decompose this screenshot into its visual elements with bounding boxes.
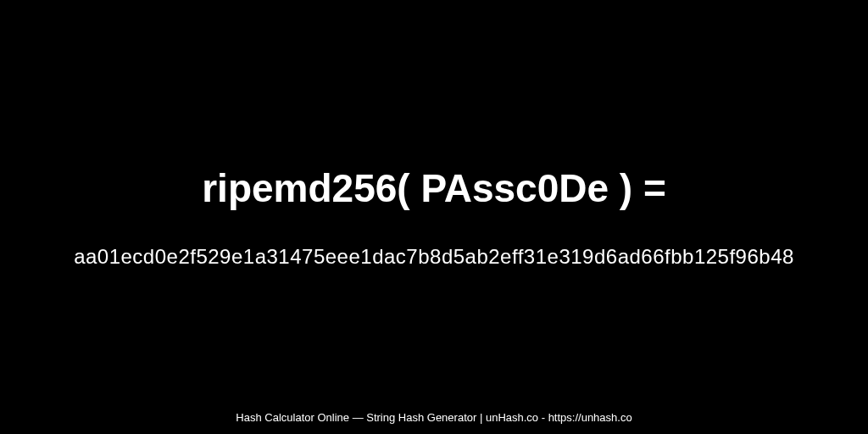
footer: Hash Calculator Online — String Hash Gen… [0,411,868,424]
main-content: ripemd256( PAssc0De ) = aa01ecd0e2f529e1… [0,0,868,434]
hash-expression-heading: ripemd256( PAssc0De ) = [202,165,666,211]
hash-result: aa01ecd0e2f529e1a31475eee1dac7b8d5ab2eff… [74,245,794,269]
footer-text-suffix: - https://unhash.co [538,411,632,424]
footer-text-prefix: Hash Calculator Online — String Hash Gen… [236,411,486,424]
footer-link[interactable]: unHash.co [486,411,538,424]
